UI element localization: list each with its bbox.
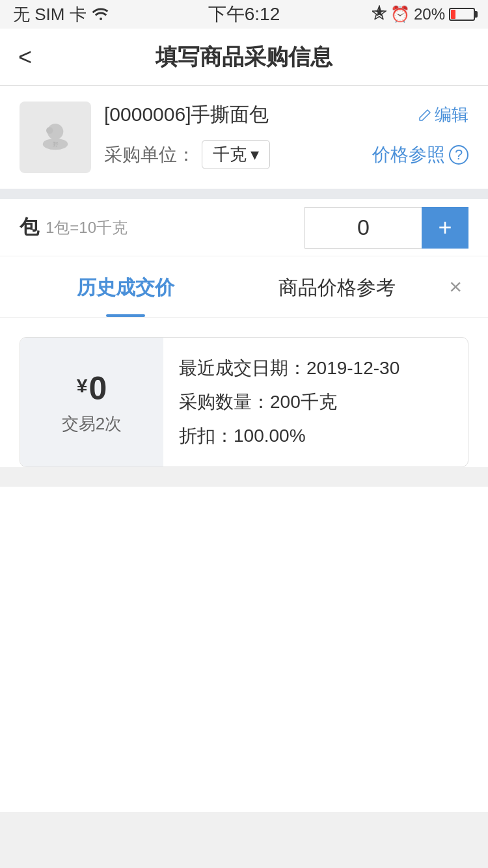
unit-sub-text: 1包=10千克 xyxy=(46,217,128,238)
tab-header: 历史成交价 商品价格参考 × xyxy=(0,256,488,318)
location-icon xyxy=(372,5,386,23)
product-name: [0000006]手撕面包 xyxy=(104,102,269,128)
edit-button[interactable]: 编辑 xyxy=(418,103,468,126)
price-ref-help-icon: ? xyxy=(449,145,468,165)
tab-history-price[interactable]: 历史成交价 xyxy=(20,256,231,317)
nav-bar: < 填写商品采购信息 xyxy=(0,29,488,86)
status-left: 无 SIM 卡 xyxy=(13,3,110,26)
recent-date-row: 最近成交日期：2019-12-30 xyxy=(179,356,452,381)
page-title: 填写商品采购信息 xyxy=(156,42,332,72)
history-price: ¥ 0 xyxy=(77,370,107,407)
unit-label: 采购单位： xyxy=(104,142,195,167)
wifi-icon xyxy=(92,5,110,25)
price-symbol: ¥ xyxy=(77,375,88,397)
history-card: ¥ 0 交易2次 最近成交日期：2019-12-30 采购数量：200千克 折扣… xyxy=(20,337,468,467)
discount-value: 100.00% xyxy=(234,426,306,446)
product-unit-row: 采购单位： 千克 ▾ 价格参照 ? xyxy=(104,140,468,169)
unit-info: 包 1包=10千克 xyxy=(20,214,305,241)
history-card-right: 最近成交日期：2019-12-30 采购数量：200千克 折扣：100.00% xyxy=(163,338,468,467)
quantity-row: 包 1包=10千克 + xyxy=(0,199,488,256)
alarm-icon: ⏰ xyxy=(390,5,410,23)
tab-product-price-ref[interactable]: 商品价格参考 xyxy=(231,256,442,317)
product-section: 野 [0000006]手撕面包 编辑 采购单位： 千克 ▾ 价格参照 ? xyxy=(0,86,488,189)
battery-icon xyxy=(449,8,475,21)
svg-text:野: 野 xyxy=(53,141,59,148)
unit-badge: 包 xyxy=(20,214,39,241)
product-info: [0000006]手撕面包 编辑 采购单位： 千克 ▾ 价格参照 ? xyxy=(104,102,468,169)
history-card-left: ¥ 0 交易2次 xyxy=(20,338,163,467)
purchase-qty-value: 200千克 xyxy=(270,392,337,412)
tab-close-button[interactable]: × xyxy=(442,267,468,306)
purchase-qty-row: 采购数量：200千克 xyxy=(179,390,452,414)
discount-row: 折扣：100.00% xyxy=(179,424,452,448)
quantity-plus-button[interactable]: + xyxy=(422,207,468,249)
chevron-down-icon: ▾ xyxy=(251,144,259,165)
product-header: [0000006]手撕面包 编辑 xyxy=(104,102,468,128)
discount-label: 折扣： xyxy=(179,426,234,446)
purchase-qty-label: 采购数量： xyxy=(179,392,270,412)
carrier-text: 无 SIM 卡 xyxy=(13,3,87,26)
status-bar: 无 SIM 卡 下午6:12 ⏰ 20% xyxy=(0,0,488,29)
product-image: 野 xyxy=(20,102,91,173)
quantity-input[interactable] xyxy=(305,207,422,249)
recent-date-label: 最近成交日期： xyxy=(179,358,306,378)
section-divider xyxy=(0,189,488,199)
status-right: ⏰ 20% xyxy=(372,5,475,23)
quantity-control: + xyxy=(305,207,468,249)
status-time: 下午6:12 xyxy=(208,2,280,27)
recent-date-value: 2019-12-30 xyxy=(306,358,400,378)
unit-select[interactable]: 千克 ▾ xyxy=(202,140,270,169)
transaction-count: 交易2次 xyxy=(62,413,122,435)
empty-content-area xyxy=(0,487,488,812)
tab-panel: 历史成交价 商品价格参考 × ¥ 0 交易2次 最近成交日期：2019-12-3… xyxy=(0,256,488,467)
price-value: 0 xyxy=(88,370,107,407)
back-button[interactable]: < xyxy=(18,44,32,71)
price-ref-button[interactable]: 价格参照 ? xyxy=(372,142,468,167)
battery-percent: 20% xyxy=(414,5,445,23)
svg-point-1 xyxy=(46,127,53,134)
